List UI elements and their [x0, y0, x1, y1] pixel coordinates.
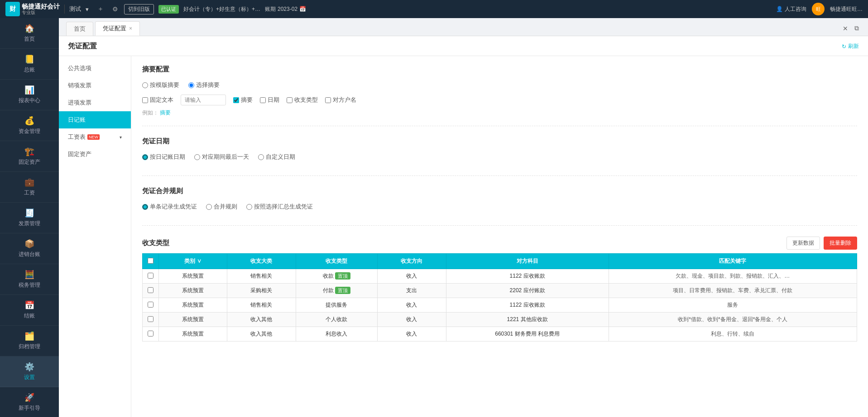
summary-radio-select[interactable]: 选择摘要: [188, 81, 220, 89]
checkbox-counterpart-name-input[interactable]: [325, 97, 331, 103]
sidebar-item-finance[interactable]: 💰 资金管理: [0, 110, 59, 141]
table-action-btns: 更新数据 批量删除: [786, 237, 857, 250]
th-major-type: 收支大类: [227, 254, 296, 269]
sidebar-item-invoice[interactable]: 🧾 发票管理: [0, 203, 59, 233]
sidebar-item-label: 结账: [24, 312, 35, 320]
sidebar-item-inventory[interactable]: 📦 进销台账: [0, 233, 59, 264]
tab-close-icon[interactable]: ×: [129, 25, 132, 32]
sidebar-item-salary[interactable]: 💼 工资: [0, 172, 59, 203]
sub-nav-input-invoice[interactable]: 进项发票: [59, 94, 131, 111]
switch-version-button[interactable]: 切到旧版: [124, 4, 154, 14]
assets-icon: 🏗️: [24, 147, 34, 156]
period-label: 账期 2023-02 📅: [265, 5, 306, 13]
td-direction-3: 收入: [378, 298, 446, 313]
checkbox-date[interactable]: 日期: [260, 96, 279, 104]
row-checkbox-2[interactable]: [148, 287, 153, 293]
td-income-type-3: 提供服务: [296, 298, 378, 313]
td-keywords-5: 利息、行转、续自: [609, 327, 857, 341]
sidebar-item-guide[interactable]: 🚀 新手引导: [0, 387, 59, 417]
update-data-button[interactable]: 更新数据: [786, 237, 820, 250]
top-bar: 财 畅捷通好会计 专业版 测试 ▾ ＋ ⚙ 切到旧版 已认证 好会计（专）+好生…: [0, 0, 868, 18]
checkbox-income-type[interactable]: 收支类型: [287, 96, 318, 104]
sidebar-item-tax[interactable]: 🧮 税务管理: [0, 264, 59, 295]
summary-radio-template-input[interactable]: [142, 82, 148, 88]
row-checkbox-1[interactable]: [148, 273, 153, 279]
checkbox-summary-input[interactable]: [233, 97, 239, 103]
th-category: 类别 ∨: [159, 254, 227, 269]
merge-radio-group: 单条记录生成凭证 合并规则 按照选择汇总生成凭证: [142, 203, 857, 211]
merge-radio-summary[interactable]: 按照选择汇总生成凭证: [246, 203, 313, 211]
refresh-button[interactable]: ↻ 刷新: [842, 43, 859, 55]
sub-nav-output-invoice[interactable]: 销项发票: [59, 77, 131, 94]
date-radio-journal[interactable]: 按日记账日期: [142, 153, 185, 161]
checkbox-date-input[interactable]: [260, 97, 266, 103]
merge-radio-summary-input[interactable]: [246, 204, 252, 210]
logo-text: 畅捷通好会计 专业版: [22, 3, 60, 16]
td-direction-4: 收入: [378, 313, 446, 327]
th-keywords: 匹配关键字: [609, 254, 857, 269]
row-checkbox-4[interactable]: [148, 316, 153, 322]
status-tag: 已认证: [158, 5, 179, 14]
date-radio-custom[interactable]: 自定义日期: [258, 153, 295, 161]
salary-icon: 💼: [24, 177, 34, 187]
merge-radio-merge-input[interactable]: [206, 204, 212, 210]
date-radio-journal-input[interactable]: [142, 154, 148, 160]
date-radio-custom-input[interactable]: [258, 154, 264, 160]
checkbox-summary[interactable]: 摘要: [233, 96, 253, 104]
config-panel: 摘要配置 按模版摘要 选择摘要: [131, 56, 868, 417]
td-keywords-2: 项目、日常费用、报销款、车费、承兑汇票、付款: [609, 284, 857, 298]
td-income-type-5: 利息收入: [296, 327, 378, 341]
date-radio-period-last[interactable]: 对应期间最后一天: [194, 153, 249, 161]
select-all-checkbox[interactable]: [148, 258, 153, 264]
sidebar-item-assets[interactable]: 🏗️ 固定资产: [0, 141, 59, 172]
sub-nav-payroll[interactable]: 工资表 NEW ▾: [59, 128, 131, 146]
window-maximize-button[interactable]: ⧉: [853, 23, 861, 34]
settings-button[interactable]: ⚙: [110, 4, 120, 14]
summary-section: 摘要配置 按模版摘要 选择摘要: [142, 65, 857, 126]
row-checkbox-5[interactable]: [148, 331, 153, 336]
add-button[interactable]: ＋: [95, 4, 106, 14]
content-area: 首页 凭证配置 × ✕ ⧉ 凭证配置 ↻ 刷新 公共选项: [59, 18, 868, 417]
new-badge: NEW: [87, 134, 100, 140]
th-checkbox[interactable]: [143, 254, 159, 269]
checkbox-fixed-text-input[interactable]: [142, 97, 148, 103]
sidebar-item-settings[interactable]: ⚙️ 设置: [0, 356, 59, 387]
sub-nav-public[interactable]: 公共选项: [59, 60, 131, 77]
top-bar-divider: [64, 5, 65, 14]
checkbox-income-type-input[interactable]: [287, 97, 293, 103]
sidebar: 🏠 首页 📒 总账 📊 报表中心 💰 资金管理 🏗️ 固定资产 💼 工资 🧾 发…: [0, 18, 59, 417]
user-name: 畅捷通旺旺…: [830, 5, 863, 13]
window-close-button[interactable]: ✕: [841, 23, 850, 34]
sidebar-item-ledger[interactable]: 📒 总账: [0, 49, 59, 80]
company-dropdown[interactable]: ▾: [86, 6, 89, 13]
tab-home[interactable]: 首页: [66, 22, 93, 36]
tab-voucher-config[interactable]: 凭证配置 ×: [95, 21, 140, 36]
date-radio-period-last-input[interactable]: [194, 154, 200, 160]
merge-radio-merge[interactable]: 合并规则: [206, 203, 237, 211]
sub-nav-journal[interactable]: 日记账: [59, 111, 131, 128]
sidebar-item-closing[interactable]: 📅 结账: [0, 295, 59, 326]
merge-radio-single-input[interactable]: [142, 204, 148, 210]
invoice-icon: 🧾: [24, 208, 34, 218]
row-checkbox-3[interactable]: [148, 302, 153, 308]
company-name: 测试: [69, 5, 81, 13]
summary-radio-template[interactable]: 按模版摘要: [142, 81, 179, 89]
checkbox-counterpart-name[interactable]: 对方户名: [325, 96, 356, 104]
checkbox-fixed-text[interactable]: 固定文本: [142, 96, 173, 104]
user-service[interactable]: 👤 人工咨询: [776, 5, 806, 13]
reset-badge-2[interactable]: 置顶: [335, 287, 350, 294]
td-category-2: 系统预置: [159, 284, 227, 298]
closing-icon: 📅: [24, 300, 34, 310]
sub-nav-fixed-assets[interactable]: 固定资产: [59, 146, 131, 163]
main-content: 公共选项 销项发票 进项发票 日记账 工资表 NEW ▾ 固定资产: [59, 56, 868, 417]
tab-bar: 首页 凭证配置 × ✕ ⧉: [59, 18, 868, 36]
reset-badge-1[interactable]: 置顶: [335, 272, 350, 280]
batch-delete-button[interactable]: 批量删除: [824, 237, 857, 250]
sidebar-item-home[interactable]: 🏠 首页: [0, 18, 59, 49]
sidebar-item-archive[interactable]: 🗂️ 归档管理: [0, 326, 59, 356]
summary-radio-select-input[interactable]: [188, 82, 194, 88]
sidebar-item-reports[interactable]: 📊 报表中心: [0, 80, 59, 110]
td-account-5: 660301 财务费用 利息费用: [446, 327, 609, 341]
merge-radio-single[interactable]: 单条记录生成凭证: [142, 203, 197, 211]
fixed-text-input[interactable]: [181, 95, 226, 105]
